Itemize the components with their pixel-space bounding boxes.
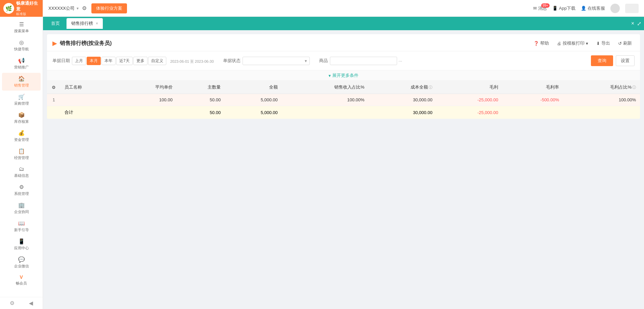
sidebar-item-purchase[interactable]: 🛒 采购管理 [2,91,41,109]
online-service-btn[interactable]: 👤 在线客服 [581,5,605,11]
status-label: 单据状态 [223,58,241,64]
marketing-icon: 📢 [18,57,25,64]
top-header: XXXXXX公司 ▾ ⚙ 体验行业方案 ✉ 消息 99+ 📱 App下载 👤 在… [43,0,644,17]
quick-nav-icon: ◎ [19,39,24,46]
page-header: ▶ 销售排行榜(按业务员) ❓ 帮助 🖨 按模板打印 ▾ ⬇ 导 [47,34,640,51]
status-select[interactable] [243,57,310,65]
footer-amount: 5,000.00 [225,106,282,119]
finance-icon: 💰 [18,130,25,136]
query-button[interactable]: 查询 [591,55,613,66]
window-expand-icon[interactable]: ⤢ [637,20,641,27]
print-chevron-icon: ▾ [586,41,588,46]
operations-icon: 📋 [18,148,25,154]
col-setting[interactable]: ⚙ [47,81,60,94]
sidebar-item-operations[interactable]: 📋 经营管理 [2,145,41,163]
footer-avg-price [119,106,177,119]
sidebar-item-app-center[interactable]: 📱 应用中心 [2,236,41,253]
col-profit-rate-header: 毛利率 [502,81,563,94]
col-sales-pct-header: 销售收入占比% [282,81,369,94]
col-qty-header: 主数量 [177,81,225,94]
app-download-icon: 📱 [552,6,558,11]
system-icon: ⚙ [19,184,24,190]
window-close-icon[interactable]: × [631,20,634,27]
date-btn-custom[interactable]: 自定义 [148,57,166,65]
company-name: XXXXXX公司 [48,5,75,11]
expand-chevron-icon: ▾ [329,73,331,78]
page-container: ▶ 销售排行榜(按业务员) ❓ 帮助 🖨 按模板打印 ▾ ⬇ 导 [47,34,640,119]
inventory-icon: 📦 [18,112,25,118]
sidebar-item-inventory[interactable]: 📦 库存核算 [2,109,41,127]
page-actions: ❓ 帮助 🖨 按模板打印 ▾ ⬇ 导出 ↺ 刷新 [531,39,635,48]
goods-more-icon[interactable]: ··· [398,58,402,63]
filter-right-section: 查询 设置 [591,55,635,66]
logo: 🌿 畅康通好生意 标准版 [0,0,43,17]
enterprise-icon: 🏢 [18,202,25,208]
profit-pct-info-icon[interactable]: ⓘ [632,85,636,89]
date-btn-this-year[interactable]: 本年 [101,57,116,65]
print-icon: 🖨 [557,41,561,46]
sidebar-item-sales[interactable]: 🏠 销售管理 [2,73,41,91]
sidebar-collapse-btn[interactable]: ◀ [29,300,33,306]
date-btn-last-month[interactable]: 上月 [72,57,86,65]
col-profit-pct-header: 毛利占比%ⓘ [563,81,640,94]
app-center-icon: 📱 [18,238,25,245]
sidebar-settings-btn[interactable]: ⚙ [10,300,14,306]
main-area: XXXXXX公司 ▾ ⚙ 体验行业方案 ✉ 消息 99+ 📱 App下载 👤 在… [43,0,644,309]
goods-filter-group: 商品 ··· [319,57,402,65]
footer-empty [47,106,60,119]
app-download-btn[interactable]: 📱 App下载 [552,5,575,11]
sidebar-item-system[interactable]: ⚙ 系统管理 [2,181,41,199]
help-icon: ❓ [533,41,539,46]
sidebar-item-basic-info[interactable]: 🗂 基础信息 [2,163,41,181]
date-filter-group: 单据日期 上月 本月 本年 近7天 更多 自定义 [52,57,166,65]
sidebar-item-search-order[interactable]: ☰ 搜索菜单 [2,18,41,36]
sidebar-item-quick-nav[interactable]: ◎ 快捷导航 [2,37,41,54]
sidebar-item-weixin[interactable]: 💬 企业微信 [2,254,41,271]
tab-sales-ranking[interactable]: 销售排行榜 × [67,18,103,29]
sidebar-item-finance[interactable]: 💰 资金管理 [2,127,41,145]
footer-profit-pct [563,106,640,119]
tab-home[interactable]: 首页 [46,17,65,30]
date-btn-more[interactable]: 更多 [133,57,147,65]
col-cost-header: 成本全额ⓘ [369,81,436,94]
status-select-wrapper [243,57,310,65]
sidebar-item-guide[interactable]: 📖 新手引导 [2,217,41,235]
footer-sales-pct [282,106,369,119]
col-amount-header: 全额 [225,81,282,94]
date-btn-7days[interactable]: 近7天 [116,57,133,65]
footer-profit: -25,000.00 [436,106,502,119]
sidebar-footer: ⚙ ◀ [0,297,43,309]
sidebar-item-member[interactable]: V 畅会员 [2,272,41,289]
logo-text: 畅康通好生意 标准版 [16,1,39,16]
sidebar-item-marketing[interactable]: 📢 营销推广 [2,55,41,72]
guide-icon: 📖 [18,220,25,226]
user-avatar2[interactable] [625,4,639,13]
logo-icon: 🌿 [3,3,14,14]
help-btn[interactable]: ❓ 帮助 [531,39,552,48]
expand-more-btn[interactable]: ▾ 展开更多条件 [329,72,358,79]
tab-close-icon[interactable]: × [96,21,98,26]
print-btn[interactable]: 🖨 按模板打印 ▾ [554,39,591,48]
page-back-icon[interactable]: ▶ [52,40,57,47]
header-gear-icon[interactable]: ⚙ [82,5,87,11]
tab-bar: 首页 销售排行榜 × × ⤢ [43,17,644,30]
online-service-label: 在线客服 [588,5,605,11]
sidebar-item-enterprise[interactable]: 🏢 企业协同 [2,199,41,217]
company-selector[interactable]: XXXXXX公司 ▾ [48,5,79,11]
refresh-btn[interactable]: ↺ 刷新 [615,39,635,48]
table-footer-row: 合计 50.00 5,000.00 30,000.00 -25,000.00 [47,106,640,119]
cost-info-icon[interactable]: ⓘ [429,85,432,89]
col-setting-icon[interactable]: ⚙ [52,85,56,90]
messages-btn[interactable]: ✉ 消息 99+ [533,5,547,11]
date-btn-this-month[interactable]: 本月 [87,57,101,65]
date-label: 单据日期 [52,58,70,64]
trial-button[interactable]: 体验行业方案 [91,3,127,13]
col-avg-price-header: 平均单价 [119,81,177,94]
settings-button[interactable]: 设置 [616,55,635,66]
date-buttons: 上月 本月 本年 近7天 更多 自定义 [72,57,166,65]
content-area: ▶ 销售排行榜(按业务员) ❓ 帮助 🖨 按模板打印 ▾ ⬇ 导 [43,30,644,309]
export-btn[interactable]: ⬇ 导出 [594,39,613,48]
user-avatar[interactable] [610,4,620,13]
table-row: 1 100.00 50.00 5,000.00 100.00% 30,000.0… [47,94,640,106]
goods-input[interactable] [330,57,397,65]
